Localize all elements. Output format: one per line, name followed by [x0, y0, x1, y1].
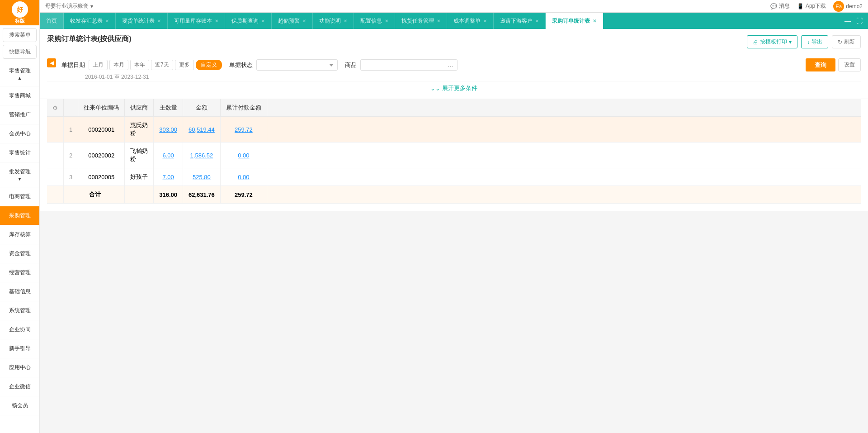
query-button[interactable]: 查询	[806, 58, 835, 71]
action-buttons: 🖨 按模板打印 ▾ ↓ 导出 ↻ 刷新	[747, 35, 861, 48]
tab-available-stock[interactable]: 可用量库存账本 ✕	[168, 13, 225, 29]
sidebar-item-member[interactable]: 会员中心	[0, 124, 39, 143]
tab-label: 超储预警	[278, 17, 300, 25]
footer-index-cell	[64, 186, 78, 204]
tab-close-icon[interactable]: ✕	[344, 19, 347, 24]
tab-home[interactable]: 首页	[40, 13, 64, 29]
tab-close-icon[interactable]: ✕	[483, 19, 487, 24]
sidebar-item-vip[interactable]: 畅会员	[0, 396, 39, 415]
goods-input-more-icon[interactable]: …	[444, 62, 457, 68]
status-select[interactable]	[256, 59, 338, 71]
sidebar-item-inventory[interactable]: 库存核算	[0, 225, 39, 244]
sidebar-item-label: 会员中心	[9, 130, 31, 138]
row-extra-cell	[267, 143, 861, 168]
col-code-header: 往来单位编码	[78, 99, 125, 117]
tab-over-stock[interactable]: 超储预警 ✕	[272, 13, 313, 29]
sidebar-item-operations[interactable]: 经营管理	[0, 263, 39, 282]
expand-more-button[interactable]: ⌄⌄ 展开更多条件	[430, 84, 477, 92]
sidebar-item-finance[interactable]: 资金管理	[0, 244, 39, 263]
tab-purchase-summary[interactable]: 采购订单统计表 ✕	[546, 13, 603, 29]
tab-close-icon[interactable]: ✕	[215, 19, 218, 24]
custom-date-button[interactable]: 自定义	[196, 60, 222, 70]
footer-amount: 62,631.76	[189, 191, 215, 198]
sidebar-item-label: 零售商城	[9, 92, 31, 100]
row-amount-cell: 60,519.44	[183, 117, 221, 143]
tab-cost-adj[interactable]: 成本调整单 ✕	[447, 13, 494, 29]
user-menu[interactable]: Ea demo2	[833, 1, 863, 12]
more-date-button[interactable]: 更多	[175, 60, 194, 70]
goods-input[interactable]	[361, 60, 444, 70]
tab-close-icon[interactable]: ✕	[437, 19, 440, 24]
sidebar-item-app-center[interactable]: 应用中心	[0, 358, 39, 377]
avatar-initials: Ea	[836, 4, 842, 9]
this-year-button[interactable]: 本年	[130, 60, 149, 70]
search-menu-button[interactable]: 搜索菜单	[3, 28, 37, 42]
sidebar-item-purchase[interactable]: 采购管理	[0, 206, 39, 225]
footer-paid: 259.72	[235, 191, 253, 198]
tab-shelf-life[interactable]: 保质期查询 ✕	[225, 13, 272, 29]
table-footer: 合计 316.00 62,631.76 259.72	[47, 186, 861, 204]
table-container: ⚙ 往来单位编码 供应商 主数量 金额 累计付款金额	[40, 99, 868, 211]
tab-close-icon[interactable]: ✕	[261, 19, 265, 24]
sidebar-item-system[interactable]: 系统管理	[0, 301, 39, 320]
tab-need-goods[interactable]: 要货单统计表 ✕	[116, 13, 168, 29]
tab-pick-task[interactable]: 拣货任务管理 ✕	[395, 13, 447, 29]
tab-close-icon[interactable]: ✕	[302, 19, 306, 24]
refresh-button[interactable]: ↻ 刷新	[832, 35, 861, 48]
sidebar-item-label: 畅会员	[12, 402, 28, 409]
tab-invite-downstream[interactable]: 邀请下游客户 ✕	[494, 13, 546, 29]
sidebar-item-label: 新手引导	[9, 345, 31, 352]
sidebar-item-basic-info[interactable]: 基础信息	[0, 282, 39, 301]
chevron-up-icon: ▲	[18, 76, 22, 81]
sidebar-item-marketing[interactable]: 营销推广	[0, 105, 39, 124]
goods-input-wrapper: …	[360, 59, 458, 71]
message-label: 消息	[779, 2, 790, 10]
column-settings-icon[interactable]: ⚙	[52, 105, 58, 111]
sidebar-item-retail-mall[interactable]: 零售商城	[0, 86, 39, 105]
row-checkbox-cell	[47, 168, 64, 186]
sidebar-item-enterprise-wechat[interactable]: 企业微信	[0, 377, 39, 396]
prev-month-button[interactable]: 上月	[89, 60, 108, 70]
print-dropdown-icon: ▾	[789, 39, 792, 45]
filter-toggle-button[interactable]: ◀	[47, 58, 56, 67]
app-download-button[interactable]: 📱 App下载	[797, 2, 826, 10]
sidebar-item-ecommerce[interactable]: 电商管理	[0, 187, 39, 206]
workspace-selector[interactable]: 母婴行业演示账套 ▾	[45, 2, 93, 10]
tab-collect-send[interactable]: 收发存汇总表 ✕	[64, 13, 116, 29]
tabbar: 首页 收发存汇总表 ✕ 要货单统计表 ✕ 可用量库存账本 ✕ 保质期查询 ✕ 超…	[40, 13, 868, 29]
row-extra-cell	[267, 168, 861, 186]
sidebar-item-cooperation[interactable]: 企业协同	[0, 320, 39, 339]
sidebar-item-label: 零售统计	[9, 149, 31, 157]
sidebar-item-retail[interactable]: 零售管理 ▲	[0, 62, 39, 86]
row-extra-cell	[267, 117, 861, 143]
data-table: ⚙ 往来单位编码 供应商 主数量 金额 累计付款金额	[47, 99, 861, 204]
tab-close-icon[interactable]: ✕	[385, 19, 388, 24]
message-button[interactable]: 💬 消息	[770, 2, 790, 10]
tab-label: 要货单统计表	[122, 17, 155, 25]
status-label: 单据状态	[229, 61, 253, 69]
seven-days-button[interactable]: 近7天	[151, 60, 173, 70]
filter-row-1: 单据日期 上月 本月 本年 近7天 更多 自定义	[61, 58, 861, 71]
this-month-button[interactable]: 本月	[109, 60, 128, 70]
footer-label: 合计	[89, 191, 101, 198]
tab-config-info[interactable]: 配置信息 ✕	[354, 13, 395, 29]
sidebar-item-label: 电商管理	[9, 193, 31, 200]
tab-close-icon[interactable]: ✕	[105, 19, 109, 24]
print-button[interactable]: 🖨 按模板打印 ▾	[747, 35, 797, 48]
user-avatar: Ea	[833, 1, 844, 12]
topbar-right: 💬 消息 📱 App下载 Ea demo2	[770, 1, 863, 12]
tab-maximize-icon[interactable]: ⛶	[854, 16, 864, 25]
quick-nav-button[interactable]: 快捷导航	[3, 45, 37, 59]
filter-container: ◀ 单据日期 上月 本月 本年 近7天 更多	[40, 53, 868, 99]
tab-close-icon[interactable]: ✕	[535, 19, 539, 24]
workspace-label: 母婴行业演示账套	[45, 2, 89, 10]
settings-button[interactable]: 设置	[838, 58, 861, 71]
sidebar-item-new-guide[interactable]: 新手引导	[0, 339, 39, 358]
tab-minimize-icon[interactable]: —	[843, 16, 853, 25]
tab-func-desc[interactable]: 功能说明 ✕	[313, 13, 354, 29]
export-button[interactable]: ↓ 导出	[801, 35, 828, 48]
sidebar-item-retail-stats[interactable]: 零售统计	[0, 143, 39, 162]
tab-close-active-icon[interactable]: ✕	[593, 19, 596, 24]
sidebar-item-wholesale[interactable]: 批发管理 ▼	[0, 162, 39, 187]
tab-close-icon[interactable]: ✕	[157, 19, 161, 24]
